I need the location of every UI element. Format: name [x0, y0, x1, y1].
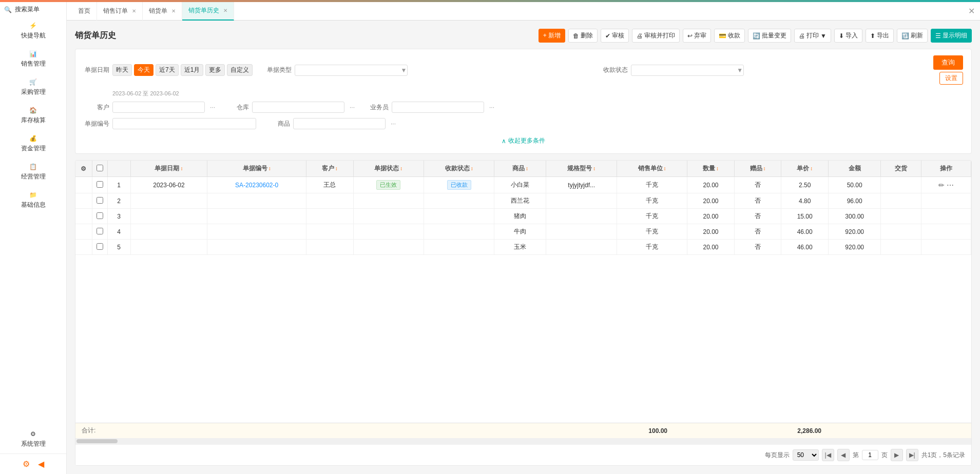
query-button[interactable]: 查询	[933, 55, 963, 70]
tab-sales-goods[interactable]: 销货单 ✕	[143, 2, 182, 21]
tab-sales-history-close[interactable]: ✕	[223, 8, 227, 13]
th-no[interactable]: 单据编号↕	[207, 161, 306, 177]
date-btn-more[interactable]: 更多	[205, 64, 225, 76]
th-unit[interactable]: 销售单位↕	[617, 161, 687, 177]
th-order-status[interactable]: 单据状态↕	[353, 161, 424, 177]
row-action[interactable]	[921, 209, 971, 224]
date-btn-custom[interactable]: 自定义	[227, 64, 253, 76]
row-no[interactable]	[207, 224, 306, 240]
row-check[interactable]	[97, 181, 103, 188]
row-check[interactable]	[97, 197, 103, 204]
date-btn-1month[interactable]: 近1月	[181, 64, 204, 76]
th-gear[interactable]: ⚙	[75, 161, 92, 177]
sidebar-item-operation[interactable]: 📋 经营管理	[0, 158, 66, 186]
th-spec[interactable]: 规格型号↕	[546, 161, 617, 177]
collapse-button[interactable]: ∧ 收起更多条件	[499, 134, 547, 147]
goods-ellipsis[interactable]: ···	[391, 120, 396, 127]
row-price: 46.00	[781, 240, 829, 255]
per-page-select[interactable]: 50 20 100	[793, 449, 819, 461]
row-check[interactable]	[97, 228, 103, 234]
th-price[interactable]: 单价↕	[781, 161, 829, 177]
row-no[interactable]	[207, 240, 306, 255]
row-no[interactable]	[207, 209, 306, 224]
staff-input[interactable]	[392, 102, 484, 113]
sidebar-item-inventory[interactable]: 🏠 库存核算	[0, 102, 66, 130]
delete-icon: 🗑	[573, 32, 579, 40]
audit-print-button[interactable]: 🖨 审核并打印	[632, 29, 680, 43]
sidebar-item-purchase[interactable]: 🛒 采购管理	[0, 73, 66, 102]
th-gift[interactable]: 赠品↕	[734, 161, 781, 177]
new-button[interactable]: + 新增	[539, 29, 565, 43]
staff-ellipsis[interactable]: ···	[489, 104, 494, 111]
tab-home[interactable]: 首页	[72, 2, 97, 21]
th-customer[interactable]: 客户↕	[306, 161, 354, 177]
search-icon: 🔍	[4, 6, 12, 13]
tab-sales-order-close[interactable]: ✕	[132, 8, 136, 14]
delete-button[interactable]: 🗑 删除	[568, 29, 598, 43]
row-no[interactable]: SA-20230602-0	[207, 177, 306, 193]
row-unit: 千克	[617, 240, 687, 255]
sidebar-item-sales[interactable]: 📊 销售管理	[0, 45, 66, 73]
first-page-button[interactable]: |◀	[822, 449, 834, 461]
set-button[interactable]: 设置	[939, 72, 963, 85]
goods-input[interactable]	[293, 118, 386, 129]
page-input[interactable]	[862, 450, 878, 460]
sidebar-settings-icon[interactable]: ⚙	[23, 459, 30, 469]
warehouse-input[interactable]	[252, 102, 344, 113]
last-page-button[interactable]: ▶|	[906, 449, 918, 461]
tab-sales-order[interactable]: 销售订单 ✕	[97, 2, 143, 21]
tab-sales-goods-close[interactable]: ✕	[171, 8, 176, 14]
row-check[interactable]	[97, 212, 103, 219]
export-button[interactable]: ⬆ 导出	[866, 29, 894, 43]
date-btn-7days[interactable]: 近7天	[156, 64, 179, 76]
sidebar-item-basic[interactable]: 📁 基础信息	[0, 186, 66, 214]
refresh-button[interactable]: 🔃 刷新	[897, 29, 928, 43]
th-check[interactable]	[92, 161, 107, 177]
row-no[interactable]	[207, 193, 306, 209]
row-index: 1	[107, 177, 130, 193]
batch-change-button[interactable]: 🔄 批量变更	[748, 29, 791, 43]
customer-input[interactable]	[112, 102, 205, 113]
audit-button[interactable]: ✔ 审核	[601, 29, 629, 43]
date-btn-yesterday[interactable]: 昨天	[112, 64, 132, 76]
more-action-icon[interactable]: ⋯	[946, 181, 955, 189]
select-all-checkbox[interactable]	[97, 165, 103, 171]
show-detail-button[interactable]: ☰ 显示明细	[931, 29, 972, 43]
row-action[interactable]: ✏⋯	[921, 177, 971, 193]
date-btn-today[interactable]: 今天	[134, 64, 153, 76]
row-action[interactable]	[921, 240, 971, 255]
row-checkbox[interactable]	[92, 209, 107, 224]
tab-sales-history[interactable]: 销货单历史 ✕	[182, 2, 234, 21]
sidebar-item-system[interactable]: ⚙ 系统管理	[0, 425, 66, 453]
order-no-input[interactable]	[112, 118, 256, 129]
row-gift: 否	[734, 224, 781, 240]
th-pay-status[interactable]: 收款状态↕	[424, 161, 494, 177]
th-qty[interactable]: 数量↕	[687, 161, 735, 177]
type-select[interactable]	[295, 65, 408, 76]
pay-status-select[interactable]	[631, 65, 744, 76]
prev-page-button[interactable]: ◀	[837, 449, 850, 461]
th-date[interactable]: 单据日期↕	[130, 161, 207, 177]
print-button[interactable]: 🖨 打印 ▼	[794, 29, 831, 43]
customer-ellipsis[interactable]: ···	[210, 104, 215, 111]
tab-close-all[interactable]: ✕	[968, 6, 975, 16]
row-check[interactable]	[97, 243, 103, 250]
next-page-button[interactable]: ▶	[891, 449, 903, 461]
search-menu[interactable]: 🔍 搜索菜单	[0, 2, 66, 17]
sidebar-item-quick-nav[interactable]: ⚡ 快捷导航	[0, 17, 66, 45]
sidebar-collapse-icon[interactable]: ◀	[38, 459, 44, 469]
th-goods[interactable]: 商品↕	[494, 161, 546, 177]
row-checkbox[interactable]	[92, 240, 107, 255]
row-action[interactable]	[921, 224, 971, 240]
warehouse-ellipsis[interactable]: ···	[350, 104, 355, 111]
sidebar-item-finance[interactable]: 💰 资金管理	[0, 130, 66, 158]
discard-button[interactable]: ↩ 弃审	[683, 29, 711, 43]
row-checkbox[interactable]	[92, 193, 107, 209]
edit-icon[interactable]: ✏	[937, 181, 946, 189]
horizontal-scrollbar[interactable]	[75, 438, 971, 444]
row-checkbox[interactable]	[92, 224, 107, 240]
row-action[interactable]	[921, 193, 971, 209]
row-checkbox[interactable]	[92, 177, 107, 193]
import-button[interactable]: ⬇ 导入	[834, 29, 862, 43]
collect-button[interactable]: 💳 收款	[714, 29, 745, 43]
